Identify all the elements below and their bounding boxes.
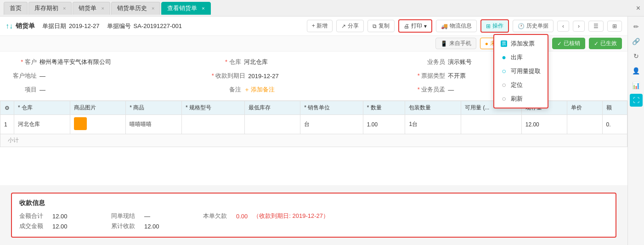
tab-inventory-init-close[interactable]: × (63, 6, 66, 11)
table-row: 1 河北仓库 嘻嘻嘻嘻 台 1.00 1台 12.00 (0, 115, 627, 134)
col-sales-unit: * 销售单位 (300, 101, 363, 115)
tab-sales-order-close[interactable]: × (101, 6, 104, 11)
history-button[interactable]: 🕐 历史单据 (513, 20, 554, 32)
effective-button[interactable]: ✓ 已生效 (589, 38, 622, 49)
from-mobile-button[interactable]: 📱 来自手机 (435, 38, 476, 49)
list-view-button[interactable]: ☰ (588, 21, 604, 32)
refresh-icon: ○ (501, 96, 507, 102)
logistics-button[interactable]: 🚚 物流信息 (436, 20, 477, 32)
outbound-icon: ● (501, 54, 507, 61)
print-button[interactable]: 🖨 打印 ▾ (398, 19, 432, 33)
logistics-icon: 🚚 (441, 23, 448, 29)
col-spec: * 规格型号 (181, 101, 244, 115)
tab-sales-order[interactable]: 销货单 × (73, 2, 110, 15)
salesperson-label: 业务员孟 (416, 85, 445, 94)
tab-view-sales-close[interactable]: × (202, 6, 204, 11)
row-index: 1 (0, 115, 14, 134)
add-note-icon: ＋ (244, 85, 250, 94)
row-current-stock: 12.00 (521, 115, 567, 134)
not-opened-icon: ● (485, 40, 488, 47)
doc-date-value: 2019-12-27 (69, 23, 100, 29)
new-button[interactable]: + 新增 (307, 20, 333, 32)
available-qty-icon: ○ (501, 68, 507, 74)
payment-col-2: 同单现结 — 累计收款 12.00 (111, 211, 203, 231)
edit-icon: ✏ (633, 23, 639, 30)
sidebar-user-icon[interactable]: 👤 (630, 64, 643, 77)
transaction-label: 成交金额 (19, 222, 49, 230)
payment-info-panel: 收款信息 金额合计 12.00 成交金额 12.00 (11, 193, 616, 238)
payment-date-row: 收款到期日 2019-12-27 (212, 71, 416, 81)
row-quantity: 1.00 (363, 115, 405, 134)
dropdown-locate[interactable]: ○ 定位 (494, 78, 548, 92)
transaction-value: 12.00 (52, 223, 68, 230)
tab-view-sales[interactable]: 查看销货单 × (161, 2, 210, 15)
row-pack-qty: 1台 (405, 115, 461, 134)
prev-button[interactable]: ‹ (557, 21, 569, 32)
payment-info-title: 收款信息 (19, 199, 608, 207)
history-button-label: 历史单据 (526, 22, 548, 30)
sidebar-edit-icon[interactable]: ✏ (630, 20, 643, 33)
share-button[interactable]: ↗ 分享 (336, 20, 364, 32)
tab-sales-history[interactable]: 销货单历史 × (111, 2, 160, 15)
dropdown-available-qty[interactable]: ○ 可用量提取 (494, 64, 548, 78)
sidebar-expand-icon[interactable]: ⛶ (630, 94, 643, 107)
total-label: 金额合计 (19, 212, 49, 220)
copy-button[interactable]: ⧉ 复制 (367, 20, 395, 32)
row-sales-unit: 台 (300, 115, 363, 134)
note-label: 备注 (212, 85, 241, 94)
row-spec (181, 115, 244, 134)
sidebar-link-icon[interactable]: 🔗 (630, 35, 643, 48)
add-invoice-icon: 票 (501, 40, 507, 47)
sidebar-refresh-icon[interactable]: ↻ (630, 50, 643, 63)
dropdown-menu: 票 添加发票 ● 出库 ○ 可用量提取 ○ 定位 (493, 34, 548, 108)
add-invoice-label: 添加发票 (511, 40, 535, 48)
warehouse-value: 河北仓库 (244, 58, 268, 66)
dropdown-outbound[interactable]: ● 出库 (494, 51, 548, 64)
print-button-label: 打印 (411, 22, 422, 30)
payment-info-grid: 金额合计 12.00 成交金额 12.00 同单现结 — (19, 211, 608, 231)
from-mobile-icon: 📱 (441, 40, 447, 47)
effective-label: 已生效 (600, 40, 617, 47)
customer-value: 柳州粤港平安气体有限公司 (40, 58, 111, 66)
warehouse-row: 仓库 河北仓库 (212, 57, 416, 67)
tab-home-label: 首页 (10, 4, 22, 12)
tab-home[interactable]: 首页 (4, 2, 28, 15)
tab-bar-close-btn[interactable]: × (636, 4, 640, 12)
total-value: 12.00 (52, 213, 68, 220)
data-icon: 📊 (632, 82, 640, 89)
dropdown-add-invoice[interactable]: 票 添加发票 (494, 37, 548, 51)
tab-sales-order-label: 销货单 (79, 4, 96, 12)
next-button[interactable]: › (573, 21, 585, 32)
tab-inventory-init[interactable]: 库存期初 × (28, 2, 72, 15)
cancelled-label: 已核销 (564, 40, 580, 47)
from-mobile-label: 来自手机 (449, 40, 471, 47)
share-icon: ↗ (341, 23, 346, 29)
logistics-button-label: 物流信息 (450, 22, 472, 30)
cancelled-button[interactable]: ✓ 已核销 (552, 38, 585, 49)
salesperson-value: — (448, 86, 454, 93)
operate-button[interactable]: ⊞ 操作 (480, 19, 509, 33)
tab-sales-history-close[interactable]: × (152, 6, 154, 11)
refresh-icon: ↻ (633, 52, 639, 60)
grid-view-button[interactable]: ⊞ (607, 21, 622, 32)
add-note-label: 添加备注 (251, 85, 275, 94)
row-available (461, 115, 522, 134)
payment-date-label: 收款到期日 (212, 72, 246, 80)
dropdown-refresh[interactable]: ○ 刷新 (494, 92, 548, 106)
sidebar-data-icon[interactable]: 📊 (630, 79, 643, 92)
invoice-type-label: 票据类型 (416, 72, 445, 80)
doc-number-label: 单据编号 (107, 22, 131, 30)
note-row: 备注 ＋ 添加备注 (212, 85, 416, 95)
same-order-value: — (144, 213, 150, 220)
warehouse-label: 仓库 (212, 58, 241, 66)
col-product: * 商品 (126, 101, 182, 115)
address-label: 客户地址 (7, 72, 37, 80)
print-icon: 🖨 (404, 23, 409, 29)
row-product: 嘻嘻嘻嘻 (126, 115, 182, 134)
add-note-button[interactable]: ＋ 添加备注 (244, 85, 275, 94)
new-button-label: + 新增 (312, 22, 328, 30)
operate-icon: ⊞ (486, 23, 491, 29)
col-settings[interactable]: ⚙ (0, 101, 14, 115)
transaction-row: 成交金额 12.00 (19, 221, 111, 231)
cancelled-icon: ✓ (557, 40, 562, 47)
